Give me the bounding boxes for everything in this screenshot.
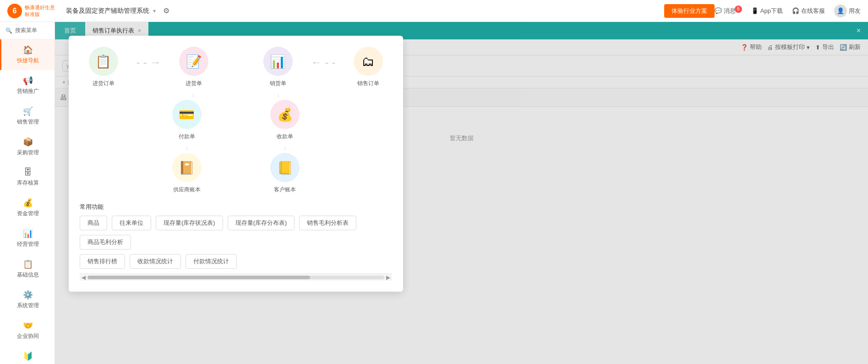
func-btn-product[interactable]: 商品 xyxy=(80,216,107,230)
receipt-label: 收款单 xyxy=(277,133,293,141)
func-btn-payment-stat[interactable]: 付款情况统计 xyxy=(186,254,237,269)
system-title: 装备及固定资产辅助管理系统 xyxy=(66,7,149,15)
home-icon: 🏠 xyxy=(23,45,33,55)
marketing-icon: 📢 xyxy=(23,76,33,86)
customer-service-action[interactable]: 🎧 在线客服 xyxy=(792,7,825,15)
arrow-sales-left: ← - - xyxy=(311,56,335,79)
down-arrow-payment: ↓ xyxy=(172,144,202,151)
finance-icon: 💰 xyxy=(23,198,33,208)
top-header: 6 畅康通好生意 标准版 装备及固定资产辅助管理系统 ▾ ⚙ 体验行业方案 💬 … xyxy=(0,0,868,22)
down-arrow-receipt: ↓ xyxy=(270,144,300,151)
sales-icon: 🛒 xyxy=(23,106,33,116)
purchase-bill-circle: 📝 xyxy=(179,47,208,76)
func-row-1: 商品 往来单位 现存量(库存状况表) 现存量(库存分布表) 销售毛利分析表 商品… xyxy=(80,216,392,250)
down-arrow-purchase: ↓ xyxy=(179,91,208,98)
trial-button[interactable]: 体验行业方案 xyxy=(664,4,715,18)
down-arrow-sales: ↓ xyxy=(264,91,293,98)
func-btn-receipt-stat[interactable]: 收款情况统计 xyxy=(130,254,181,269)
download-icon: 📱 xyxy=(751,7,759,14)
sales-bill-label: 销货单 xyxy=(270,80,286,87)
scroll-right-btn[interactable]: ▶ xyxy=(386,274,390,281)
func-btn-product-profit[interactable]: 商品毛利分析 xyxy=(80,235,131,250)
func-btn-stock-status[interactable]: 现存量(库存状况表) xyxy=(156,216,223,230)
scroll-thumb xyxy=(87,276,310,279)
purchase-bill-label: 进货单 xyxy=(186,80,202,87)
scroll-left-btn[interactable]: ◀ xyxy=(82,274,86,281)
arrow-purchase-right: - - → xyxy=(136,56,161,79)
sidebar: 🔍 搜索菜单 🏠 快捷导航 📢 营销推广 🛒 销售管理 📦 采购管理 🗄 库存核… xyxy=(0,22,55,364)
payment-label: 付款单 xyxy=(179,133,195,141)
message-action[interactable]: 💬 消息 6 xyxy=(715,7,742,15)
func-btn-sales-rank[interactable]: 销售排行榜 xyxy=(80,254,125,269)
sidebar-item-basic[interactable]: 📋 基础信息 xyxy=(0,254,55,284)
inventory-icon: 🗄 xyxy=(24,168,32,177)
supplier-circle: 📔 xyxy=(172,153,202,182)
header-right: 💬 消息 6 📱 App下载 🎧 在线客服 👤 用友 xyxy=(715,5,861,17)
service-icon: 🎧 xyxy=(792,7,799,14)
flow-node-purchase-bill[interactable]: 📝 进货单 xyxy=(179,47,208,87)
payment-circle: 💳 xyxy=(172,100,202,129)
flow-node-receipt[interactable]: 💰 收款单 xyxy=(270,100,300,141)
sidebar-item-purchase[interactable]: 📦 采购管理 xyxy=(0,131,55,162)
sidebar-item-enterprise[interactable]: 🤝 企业协同 xyxy=(0,315,55,346)
purchase-icon: 📦 xyxy=(23,137,33,147)
arrows-row-2: ↓ ↓ xyxy=(80,144,392,151)
message-badge: 6 xyxy=(735,5,742,13)
app-download-action[interactable]: 📱 App下载 xyxy=(751,7,783,15)
func-btn-sales-profit[interactable]: 销售毛利分析表 xyxy=(299,216,356,230)
sales-order-circle: 🗂 xyxy=(354,47,383,76)
enterprise-icon: 🤝 xyxy=(23,321,33,331)
scroll-track[interactable] xyxy=(87,276,384,279)
supplier-label: 供应商账本 xyxy=(173,186,201,194)
settings-icon[interactable]: ⚙ xyxy=(163,6,169,15)
flow-modal: 📋 进货订单 - - → 📝 进货单 📊 销货单 xyxy=(69,36,403,292)
func-btn-stock-dist[interactable]: 现存量(库存分布表) xyxy=(228,216,295,230)
purchase-order-label: 进货订单 xyxy=(93,80,115,87)
scroll-bar-area: ◀ ▶ xyxy=(80,273,392,281)
sidebar-item-quick-nav[interactable]: 🏠 快捷导航 xyxy=(0,39,55,70)
sidebar-item-finance[interactable]: 💰 资金管理 xyxy=(0,192,55,223)
common-title: 常用功能 xyxy=(80,203,392,211)
avatar: 👤 xyxy=(834,5,847,17)
search-icon: 🔍 xyxy=(5,27,12,34)
receipt-circle: 💰 xyxy=(270,100,300,129)
flow-node-supplier[interactable]: 📔 供应商账本 xyxy=(172,153,202,194)
customer-circle: 📒 xyxy=(270,153,300,182)
flow-overlay: 📋 进货订单 - - → 📝 进货单 📊 销货单 xyxy=(55,22,868,364)
flow-node-customer[interactable]: 📒 客户账本 xyxy=(270,153,300,194)
sidebar-item-inventory[interactable]: 🗄 库存核算 xyxy=(0,162,55,192)
flow-node-sales-order[interactable]: 🗂 销售订单 xyxy=(354,47,383,87)
sidebar-item-system[interactable]: ⚙️ 系统管理 xyxy=(0,284,55,315)
basic-icon: 📋 xyxy=(23,259,33,269)
newbie-icon: 🔰 xyxy=(23,351,33,361)
purchase-order-circle: 📋 xyxy=(89,47,118,76)
flow-node-purchase-order[interactable]: 📋 进货订单 xyxy=(89,47,118,87)
sales-bill-circle: 📊 xyxy=(263,47,293,76)
sales-order-label: 销售订单 xyxy=(357,80,379,87)
operation-icon: 📊 xyxy=(23,228,33,239)
system-dropdown-icon[interactable]: ▾ xyxy=(153,8,156,14)
sidebar-item-sales[interactable]: 🛒 销售管理 xyxy=(0,101,55,131)
arrows-row-1: ↓ ↓ xyxy=(80,91,392,98)
func-row-2: 销售排行榜 收款情况统计 付款情况统计 xyxy=(80,254,392,269)
logo-icon: 6 xyxy=(7,4,22,18)
system-title-area: 装备及固定资产辅助管理系统 ▾ ⚙ xyxy=(66,6,657,15)
logo-area: 6 畅康通好生意 标准版 xyxy=(7,4,62,18)
common-functions: 常用功能 商品 往来单位 现存量(库存状况表) 现存量(库存分布表) 销售毛利分… xyxy=(80,203,392,269)
sidebar-item-operation[interactable]: 📊 经营管理 xyxy=(0,223,55,254)
system-icon: ⚙️ xyxy=(23,290,33,300)
flow-node-sales-bill[interactable]: 📊 销货单 xyxy=(263,47,293,87)
sidebar-item-newbie[interactable]: 🔰 新手引导 xyxy=(0,346,55,364)
search-menu[interactable]: 🔍 搜索菜单 xyxy=(0,22,55,39)
message-icon: 💬 xyxy=(715,7,722,14)
customer-label: 客户账本 xyxy=(274,186,296,194)
logo-text: 畅康通好生意 标准版 xyxy=(25,4,55,17)
func-btn-partner[interactable]: 往来单位 xyxy=(112,216,151,230)
user-action[interactable]: 👤 用友 xyxy=(834,5,861,17)
sidebar-item-marketing[interactable]: 📢 营销推广 xyxy=(0,70,55,101)
flow-node-payment[interactable]: 💳 付款单 xyxy=(172,100,202,141)
